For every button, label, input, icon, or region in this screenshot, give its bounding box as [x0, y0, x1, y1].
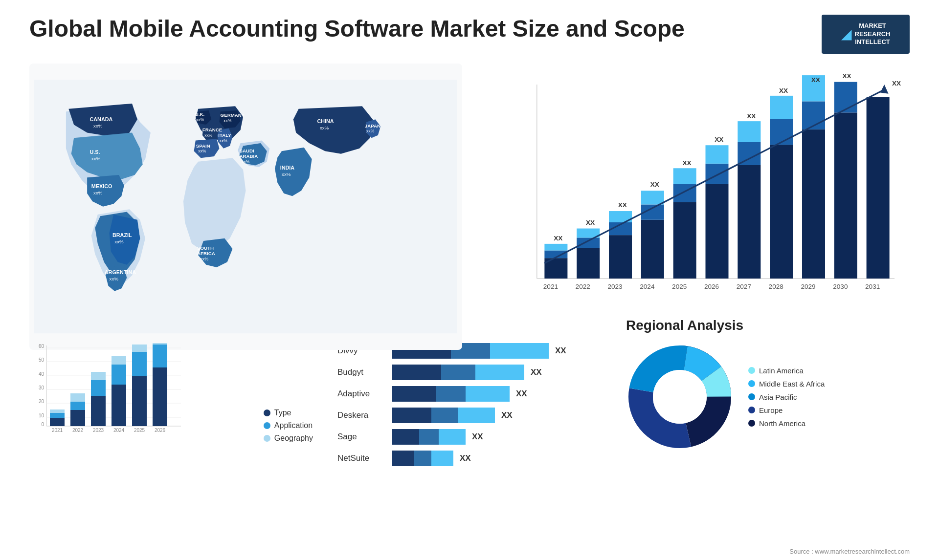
world-map-section: CANADA xx% U.S. xx% MEXICO xx% BRAZIL xx… — [29, 64, 462, 350]
svg-text:2026: 2026 — [704, 283, 719, 290]
header: Global Mobile Accounting Software Market… — [29, 15, 910, 54]
player-name-adaptive: Adaptive — [337, 389, 386, 399]
svg-text:2024: 2024 — [113, 428, 125, 433]
svg-text:ARABIA: ARABIA — [240, 153, 258, 159]
legend-item-middle-east: Middle East & Africa — [748, 380, 825, 388]
svg-rect-121 — [153, 343, 167, 345]
svg-text:2029: 2029 — [801, 283, 815, 290]
svg-text:GERMANY: GERMANY — [221, 112, 245, 118]
reg-label-middle-east: Middle East & Africa — [759, 380, 825, 388]
svg-text:60: 60 — [39, 344, 45, 349]
legend-dot-application — [264, 422, 270, 429]
svg-rect-118 — [132, 345, 147, 352]
svg-point-133 — [653, 370, 707, 424]
svg-text:xx%: xx% — [196, 117, 204, 122]
svg-rect-116 — [132, 376, 147, 426]
player-bar-netsuite: XX — [392, 451, 471, 466]
svg-text:xx%: xx% — [366, 129, 375, 133]
svg-rect-104 — [50, 418, 65, 426]
svg-text:XX: XX — [682, 159, 691, 167]
player-bar-budgyt: XX — [392, 365, 542, 380]
svg-text:2025: 2025 — [672, 283, 687, 290]
svg-text:30: 30 — [39, 385, 45, 390]
svg-text:XX: XX — [843, 73, 851, 80]
svg-rect-108 — [70, 402, 85, 410]
svg-text:0: 0 — [41, 422, 44, 427]
logo-icon: ◢ — [841, 26, 852, 42]
svg-text:2026: 2026 — [155, 428, 166, 433]
player-bar-adaptive: XX — [392, 386, 527, 402]
svg-rect-46 — [641, 191, 664, 204]
trend-chart-svg: XX XX XX XX XX XX XX XX XX XX XX 2021 20… — [506, 73, 905, 321]
reg-dot-europe — [748, 407, 755, 413]
svg-rect-120 — [153, 345, 167, 367]
svg-text:JAPAN: JAPAN — [365, 123, 380, 129]
svg-rect-109 — [70, 393, 85, 402]
reg-label-asia-pacific: Asia Pacific — [759, 393, 797, 401]
svg-rect-47 — [673, 202, 696, 279]
trend-chart-section: XX XX XX XX XX XX XX XX XX XX XX 2021 20… — [477, 64, 910, 350]
svg-rect-58 — [770, 96, 793, 119]
svg-rect-63 — [834, 82, 857, 113]
svg-text:2031: 2031 — [865, 283, 880, 290]
svg-text:xx%: xx% — [91, 156, 101, 161]
svg-text:XX: XX — [586, 219, 595, 226]
donut-svg — [626, 343, 734, 451]
svg-marker-66 — [880, 85, 889, 94]
reg-dot-asia-pacific — [748, 393, 755, 400]
svg-text:MEXICO: MEXICO — [91, 183, 112, 189]
legend-item-geography: Geography — [264, 434, 313, 443]
legend-item-latin-america: Latin America — [748, 366, 825, 375]
svg-text:2028: 2028 — [769, 283, 783, 290]
svg-text:2030: 2030 — [833, 283, 848, 290]
svg-rect-64 — [867, 97, 890, 279]
legend-dot-type — [264, 409, 270, 416]
svg-text:SAUDI: SAUDI — [240, 148, 255, 153]
svg-text:10: 10 — [39, 413, 45, 418]
svg-text:50: 50 — [39, 357, 45, 363]
svg-text:xx%: xx% — [93, 123, 103, 129]
svg-text:ITALY: ITALY — [218, 132, 231, 138]
svg-text:FRANCE: FRANCE — [202, 127, 223, 132]
svg-text:XX: XX — [715, 136, 723, 143]
list-item: Adaptive XX — [337, 386, 602, 402]
svg-rect-117 — [132, 352, 147, 376]
svg-text:40: 40 — [39, 371, 45, 377]
svg-rect-111 — [91, 380, 106, 396]
svg-text:20: 20 — [39, 399, 45, 404]
segmentation-chart: 60 50 40 30 20 10 0 — [29, 343, 186, 441]
logo-text-line2: RESEARCH — [855, 30, 891, 39]
regional-legend: Latin America Middle East & Africa Asia … — [748, 366, 825, 428]
legend-label-type: Type — [274, 409, 291, 417]
source-text: Source : www.marketresearchintellect.com — [789, 548, 910, 555]
svg-text:SOUTH: SOUTH — [197, 245, 214, 251]
svg-text:U.S.: U.S. — [90, 149, 100, 155]
svg-rect-113 — [112, 385, 126, 426]
svg-rect-44 — [641, 220, 664, 279]
svg-rect-38 — [577, 248, 600, 279]
reg-dot-middle-east — [748, 380, 755, 387]
reg-label-north-america: North America — [759, 419, 805, 428]
reg-dot-north-america — [748, 420, 755, 427]
svg-rect-56 — [770, 145, 793, 279]
svg-text:BRAZIL: BRAZIL — [112, 232, 132, 238]
svg-text:xx%: xx% — [114, 239, 124, 244]
legend-item-europe: Europe — [748, 406, 825, 414]
svg-text:XX: XX — [747, 112, 756, 120]
svg-rect-37 — [544, 244, 567, 251]
svg-text:xx%: xx% — [219, 138, 227, 143]
svg-text:XX: XX — [811, 76, 820, 84]
player-name-netsuite: NetSuite — [337, 453, 386, 463]
legend-item-application: Application — [264, 421, 313, 430]
legend-item-asia-pacific: Asia Pacific — [748, 393, 825, 401]
player-name-sage: Sage — [337, 432, 386, 442]
svg-text:xx%: xx% — [282, 172, 291, 177]
world-map-svg: CANADA xx% U.S. xx% MEXICO xx% BRAZIL xx… — [34, 68, 457, 345]
svg-text:2021: 2021 — [52, 428, 63, 433]
svg-text:xx%: xx% — [110, 276, 119, 281]
svg-rect-57 — [770, 119, 793, 145]
svg-text:XX: XX — [650, 181, 659, 188]
svg-text:xx%: xx% — [224, 118, 232, 123]
svg-rect-51 — [706, 164, 729, 184]
svg-rect-53 — [738, 165, 760, 279]
